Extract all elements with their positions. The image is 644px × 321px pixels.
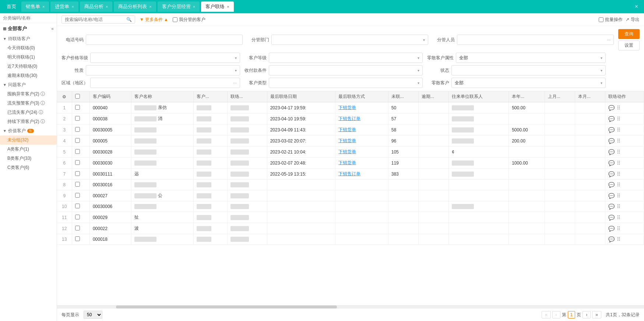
settings-column-header[interactable]: ⚙ — [57, 91, 72, 102]
filter-dept-select[interactable]: ▾ — [271, 35, 428, 45]
row-select-checkbox[interactable] — [75, 149, 80, 154]
row-checkbox[interactable] — [72, 234, 89, 245]
row-checkbox[interactable] — [72, 223, 89, 234]
filter-retail-attr-select[interactable]: 全部▾ — [456, 53, 606, 63]
last-method-link[interactable]: 下销货单 — [338, 149, 356, 154]
last-method-link[interactable]: 下销售订单 — [338, 116, 360, 121]
sidebar-item-ungrouped[interactable]: 未分组(32) — [0, 135, 57, 145]
sidebar-item-class-a[interactable]: A类客户(1) — [0, 145, 57, 154]
more-icon[interactable]: ⠿ — [617, 105, 620, 111]
row-checkbox[interactable] — [72, 169, 89, 180]
message-icon[interactable]: 💬 — [608, 171, 615, 177]
row-checkbox[interactable] — [72, 201, 89, 212]
message-icon[interactable]: 💬 — [608, 193, 615, 199]
filter-price-level-select[interactable]: ▾ — [90, 53, 240, 63]
search-input[interactable] — [65, 17, 124, 22]
row-checkbox[interactable] — [72, 190, 89, 201]
last-method-link[interactable]: 下销货单 — [338, 127, 356, 132]
more-icon[interactable]: ⠿ — [617, 138, 620, 144]
message-icon[interactable]: 💬 — [608, 215, 615, 221]
sidebar-item-churned[interactable]: 已流失客户(24) ⓘ — [0, 108, 57, 117]
last-method-link[interactable]: 下销货单 — [338, 160, 356, 165]
row-select-checkbox[interactable] — [75, 127, 80, 132]
more-icon[interactable]: ⠿ — [617, 149, 620, 155]
row-select-checkbox[interactable] — [75, 236, 80, 241]
my-customers-check[interactable] — [173, 17, 177, 22]
all-customers-header[interactable]: ⊞ 全部客户 « — [0, 23, 57, 34]
last-method-link[interactable]: 下销售订单 — [338, 171, 360, 176]
row-checkbox[interactable] — [72, 158, 89, 169]
more-icon[interactable]: ⠿ — [617, 127, 620, 133]
sidebar-item-declining[interactable]: 持续下滑客户(2) ⓘ — [0, 117, 57, 126]
message-icon[interactable]: 💬 — [608, 160, 615, 166]
tab-product-analysis-list[interactable]: 商品分析列表 × — [114, 1, 156, 12]
query-button[interactable]: 查询 — [618, 29, 640, 39]
last-method-link[interactable]: 下销货单 — [338, 105, 356, 110]
export-button[interactable]: ↗ 导出 — [626, 17, 640, 23]
row-checkbox[interactable] — [72, 212, 89, 223]
close-icon[interactable]: × — [42, 4, 45, 9]
sidebar-item-7days-pending[interactable]: 近7天待联络(0) — [0, 62, 57, 71]
scrollbar-thumb[interactable] — [116, 306, 337, 308]
group-pending-contact[interactable]: ▼ 待联络客户 — [0, 34, 57, 43]
message-icon[interactable]: 💬 — [608, 127, 615, 133]
home-tab[interactable]: 首页 — [3, 3, 20, 10]
tab-product-analysis[interactable]: 商品分析 × — [80, 1, 112, 12]
more-icon[interactable]: ⠿ — [617, 204, 620, 209]
tab-customer-contact[interactable]: 客户联络 × — [201, 1, 233, 12]
first-page-button[interactable]: « — [542, 311, 551, 318]
sidebar-item-today-pending[interactable]: 今天待联络(0) — [0, 43, 57, 53]
close-icon[interactable]: × — [71, 4, 74, 9]
row-checkbox[interactable] — [72, 124, 89, 135]
row-select-checkbox[interactable] — [75, 171, 80, 176]
sidebar-item-churn-warning[interactable]: 流失预警客户(3) ⓘ — [0, 99, 57, 108]
filter-customer-type-select[interactable]: ▾ — [269, 78, 423, 88]
row-select-checkbox[interactable] — [75, 138, 80, 143]
tab-purchase-order[interactable]: 进货单 × — [50, 1, 78, 12]
select-all-checkbox[interactable] — [75, 94, 80, 99]
sidebar-item-hoarding-abnormal[interactable]: 囤购异常客户(2) ⓘ — [0, 89, 57, 99]
close-icon[interactable]: × — [227, 4, 229, 9]
more-icon[interactable]: ⠿ — [617, 182, 620, 188]
my-customers-checkbox[interactable]: 我分管的客户 — [173, 17, 205, 23]
more-icon[interactable]: ⠿ — [617, 226, 620, 232]
row-checkbox[interactable] — [72, 135, 89, 147]
row-checkbox[interactable] — [72, 113, 89, 124]
row-select-checkbox[interactable] — [75, 182, 80, 187]
more-icon[interactable]: ⠿ — [617, 193, 620, 199]
search-box[interactable]: 🔍 — [61, 15, 135, 24]
row-select-checkbox[interactable] — [75, 226, 80, 230]
row-select-checkbox[interactable] — [75, 105, 80, 110]
message-icon[interactable]: 💬 — [608, 138, 615, 144]
search-icon[interactable]: 🔍 — [126, 17, 132, 22]
horizontal-scrollbar[interactable] — [57, 305, 644, 308]
batch-checkbox[interactable] — [599, 17, 603, 22]
filter-region-select[interactable]: ··· — [90, 78, 240, 88]
sidebar-item-class-b[interactable]: B类客户(33) — [0, 154, 57, 163]
message-icon[interactable]: 💬 — [608, 105, 615, 111]
row-select-checkbox[interactable] — [75, 193, 80, 198]
batch-ops-button[interactable]: 批量操作 — [599, 17, 623, 23]
collapse-icon[interactable]: « — [51, 26, 54, 31]
per-page-select[interactable]: 50 100 200 — [84, 311, 102, 319]
tab-customer-segmentation[interactable]: 客户分层经营 × — [158, 1, 200, 12]
group-problem-customers[interactable]: ▼ 问题客户 — [0, 80, 57, 89]
window-close-button[interactable]: × — [632, 3, 641, 10]
sidebar-item-class-c[interactable]: C类客户(6) — [0, 163, 57, 172]
message-icon[interactable]: 💬 — [608, 204, 615, 209]
row-select-checkbox[interactable] — [75, 204, 80, 208]
reset-button[interactable]: 设置 — [618, 40, 640, 50]
filter-payment-select[interactable]: ▾ — [269, 65, 423, 75]
more-icon[interactable]: ⠿ — [617, 171, 620, 177]
filter-status-select[interactable]: ▾ — [451, 65, 606, 75]
filter-manager-select[interactable]: ··· — [457, 35, 614, 45]
row-checkbox[interactable] — [72, 147, 89, 158]
sidebar-item-tomorrow-pending[interactable]: 明天待联络(1) — [0, 53, 57, 62]
next-page-button[interactable]: › — [583, 311, 591, 318]
last-page-button[interactable]: » — [592, 311, 601, 318]
filter-nature-select[interactable]: ▾ — [86, 65, 240, 75]
group-value-customers[interactable]: ▼ 价值客户 ↻ — [0, 126, 57, 135]
more-conditions-button[interactable]: ▼ 更多条件 ▲ — [140, 17, 168, 23]
more-icon[interactable]: ⠿ — [617, 116, 620, 122]
close-icon[interactable]: × — [193, 4, 195, 9]
